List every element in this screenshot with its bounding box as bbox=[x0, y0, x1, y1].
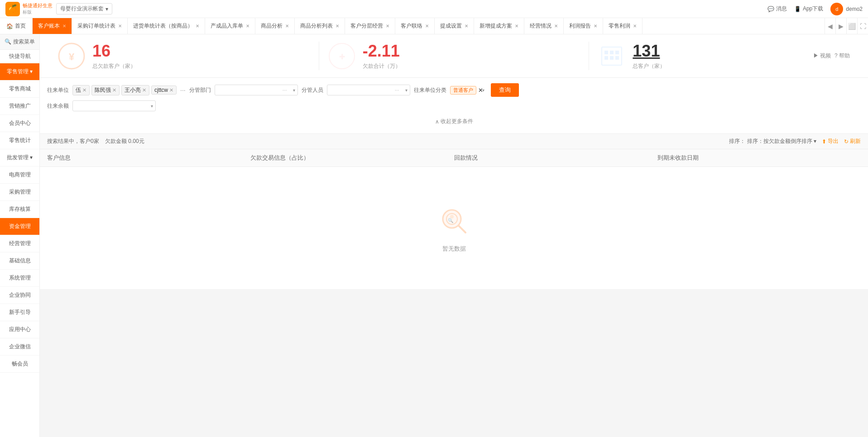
sidebar-item-inventory[interactable]: 库存核算 bbox=[0, 201, 39, 218]
sidebar-item-vip[interactable]: 畅会员 bbox=[0, 356, 39, 373]
tab-customer-contact-label: 客户联络 bbox=[401, 22, 422, 30]
help-btn[interactable]: ? 帮助 bbox=[834, 52, 850, 60]
dept-more-icon[interactable]: ··· bbox=[283, 87, 287, 93]
tab-goods-analysis[interactable]: 商品分析 ✕ bbox=[255, 18, 295, 34]
sidebar-search[interactable]: 🔍 搜索菜单 bbox=[0, 34, 39, 50]
tab-add-commission[interactable]: 新增提成方案 ✕ bbox=[474, 18, 524, 34]
nav-expand-icon[interactable]: ⬜ bbox=[846, 18, 857, 34]
stat-label-customers: 总欠款客户（家） bbox=[92, 62, 136, 70]
tab-commission-settings[interactable]: 提成设置 ✕ bbox=[435, 18, 474, 34]
sidebar-item-operations-label: 经营管理 bbox=[9, 240, 31, 247]
nav-fullscreen-icon[interactable]: ⛶ bbox=[857, 18, 868, 34]
filter-tag-wu-remove[interactable]: ✕ bbox=[82, 87, 86, 93]
search-icon: 🔍 bbox=[5, 38, 11, 45]
tab-customer-ledger[interactable]: 客户账本 ✕ bbox=[33, 18, 72, 34]
sidebar-item-wholesale[interactable]: 批发管理 ▾ bbox=[0, 149, 39, 166]
tab-customer-layer-label: 客户分层经营 bbox=[350, 22, 383, 30]
filter-tag-wu-label: 伍 bbox=[76, 86, 81, 94]
messages-btn[interactable]: 💬 消息 bbox=[767, 5, 787, 13]
sidebar-item-retail-mgmt[interactable]: 零售管理 ▾ bbox=[0, 63, 39, 81]
stat-info-total: 131 总客户（家） bbox=[633, 42, 665, 70]
stat-info-customers: 16 总欠款客户（家） bbox=[92, 42, 136, 70]
tab-business-status[interactable]: 经营情况 ✕ bbox=[524, 18, 564, 34]
filter-tag-chen-remove[interactable]: ✕ bbox=[112, 87, 116, 93]
person-more-icon[interactable]: ··· bbox=[395, 87, 399, 93]
close-icon[interactable]: ✕ bbox=[62, 24, 66, 28]
nav-prev-arrow[interactable]: ◀ bbox=[825, 18, 835, 34]
unit-class-select-wrap: 普通客户 ✕ ▾ bbox=[450, 86, 487, 95]
collapse-btn[interactable]: ∧ 收起更多条件 bbox=[435, 115, 473, 128]
sidebar-quick-nav[interactable]: 快捷导航 bbox=[0, 50, 39, 63]
sidebar-item-system[interactable]: 系统管理 bbox=[0, 270, 39, 287]
close-icon[interactable]: ✕ bbox=[554, 24, 558, 28]
filter-tag-cjttcw-remove[interactable]: ✕ bbox=[169, 87, 173, 93]
sidebar-item-member[interactable]: 会员中心 bbox=[0, 115, 39, 132]
close-icon[interactable]: ✕ bbox=[594, 24, 597, 28]
close-icon[interactable]: ✕ bbox=[118, 24, 122, 28]
tab-purchase-order[interactable]: 采购订单统计表 ✕ bbox=[72, 18, 128, 34]
sidebar-item-wechat[interactable]: 企业微信 bbox=[0, 338, 39, 356]
nav-next-arrow[interactable]: ▶ bbox=[835, 18, 846, 34]
close-icon[interactable]: ✕ bbox=[386, 24, 389, 28]
nav-tabs: 🏠 首页 客户账本 ✕ 采购订单统计表 ✕ 进货单统计表（按商品） ✕ 产成品入… bbox=[0, 18, 868, 34]
table-col-due-date: 到期未收款日期 bbox=[657, 154, 861, 162]
sidebar-item-app-center[interactable]: 应用中心 bbox=[0, 321, 39, 338]
sidebar-item-enterprise[interactable]: 企业协同 bbox=[0, 287, 39, 304]
logo-name: 畅捷通好生意 bbox=[23, 2, 53, 9]
tab-home[interactable]: 🏠 首页 bbox=[0, 18, 33, 34]
close-icon[interactable]: ✕ bbox=[285, 24, 289, 28]
margin-select[interactable] bbox=[72, 100, 156, 111]
filter-tag-wang: 王小亮 ✕ bbox=[121, 85, 149, 95]
tab-customer-layer[interactable]: 客户分层经营 ✕ bbox=[345, 18, 395, 34]
workspace-dropdown[interactable]: 母婴行业演示帐套 ▾ bbox=[56, 3, 112, 14]
sidebar-item-new-guide-label: 新手引导 bbox=[9, 309, 31, 315]
tab-goods-analysis-list[interactable]: 商品分析列表 ✕ bbox=[295, 18, 345, 34]
filter-tag-cjttcw-label: cjttcw bbox=[154, 87, 168, 93]
video-btn[interactable]: ▶ 视频 bbox=[813, 52, 831, 60]
close-icon[interactable]: ✕ bbox=[425, 24, 429, 28]
close-icon[interactable]: ✕ bbox=[246, 24, 249, 28]
stat-label-total: 总客户（家） bbox=[633, 62, 665, 70]
unit-class-chevron-icon: ▾ bbox=[482, 88, 484, 93]
sidebar-item-ecommerce[interactable]: 电商管理 bbox=[0, 166, 39, 184]
table-col-debt: 欠款交易信息（占比） bbox=[250, 154, 454, 162]
tab-profit-report[interactable]: 利润报告 ✕ bbox=[564, 18, 603, 34]
more-tags-btn[interactable]: ··· bbox=[180, 86, 186, 94]
export-btn[interactable]: ⬆ 导出 bbox=[822, 138, 839, 145]
tab-goods-statistics-label: 进货单统计表（按商品） bbox=[133, 22, 193, 30]
table-col-repayment: 回款情况 bbox=[454, 154, 657, 162]
tab-retail-profit[interactable]: 零售利润 ✕ bbox=[603, 18, 643, 34]
query-button[interactable]: 查询 bbox=[491, 83, 519, 97]
export-label: 导出 bbox=[828, 138, 839, 145]
tab-produce-warehouse[interactable]: 产成品入库单 ✕ bbox=[205, 18, 255, 34]
sidebar-item-retail-mall-label: 零售商城 bbox=[9, 86, 31, 92]
close-icon[interactable]: ✕ bbox=[515, 24, 518, 28]
logo-icon: 🍊 bbox=[5, 2, 20, 16]
close-icon[interactable]: ✕ bbox=[465, 24, 468, 28]
sidebar-item-marketing[interactable]: 营销推广 bbox=[0, 98, 39, 115]
close-icon[interactable]: ✕ bbox=[633, 24, 637, 28]
filter-tag-cjttcw: cjttcw ✕ bbox=[151, 86, 177, 95]
sidebar-item-retail-mall[interactable]: 零售商城 bbox=[0, 81, 39, 98]
close-icon[interactable]: ✕ bbox=[336, 24, 339, 28]
sidebar-item-new-guide[interactable]: 新手引导 bbox=[0, 304, 39, 321]
tab-customer-contact[interactable]: 客户联络 ✕ bbox=[395, 18, 435, 34]
sidebar-item-basic-info[interactable]: 基础信息 bbox=[0, 252, 39, 270]
search-result-label: 搜索结果中，客户0家 bbox=[47, 138, 99, 144]
sort-value[interactable]: 排序：按欠款金额倒序排序 bbox=[747, 138, 812, 144]
sidebar-item-operations[interactable]: 经营管理 bbox=[0, 235, 39, 252]
user-name: demo2 bbox=[846, 6, 863, 12]
sidebar-item-retail-stats[interactable]: 零售统计 bbox=[0, 132, 39, 149]
user-area[interactable]: d demo2 bbox=[830, 3, 863, 15]
sidebar-item-finance[interactable]: 资金管理 bbox=[0, 218, 39, 235]
dept-select-wrap: ▾ ··· bbox=[215, 85, 298, 95]
table-wrap: 客户信息 欠款交易信息（占比） 回款情况 到期未收款日期 🔍 暂无数据 bbox=[40, 149, 868, 289]
refresh-btn[interactable]: ↻ 刷新 bbox=[844, 138, 861, 145]
tab-goods-statistics[interactable]: 进货单统计表（按商品） ✕ bbox=[128, 18, 205, 34]
close-icon[interactable]: ✕ bbox=[196, 24, 199, 28]
app-download-label: App下载 bbox=[803, 5, 823, 13]
app-download-btn[interactable]: 📱 App下载 bbox=[794, 5, 823, 13]
sidebar-item-purchase[interactable]: 采购管理 bbox=[0, 184, 39, 201]
filter-tag-wang-remove[interactable]: ✕ bbox=[142, 87, 146, 93]
top-bar: 🍊 畅捷通好生意 标版 母婴行业演示帐套 ▾ 💬 消息 📱 App下载 d de… bbox=[0, 0, 868, 18]
